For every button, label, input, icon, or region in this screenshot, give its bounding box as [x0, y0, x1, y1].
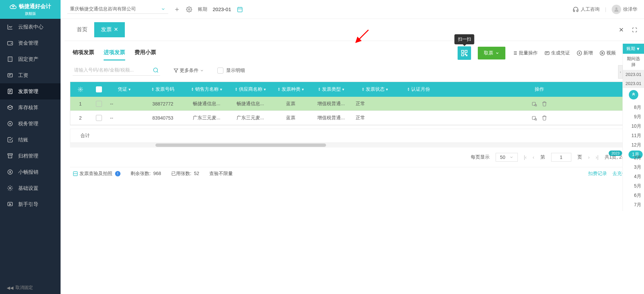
sidebar-item-2[interactable]: 固定资产 [0, 51, 61, 67]
month-item[interactable]: 3月 [623, 163, 644, 172]
sidebar-item-label: 基础设置 [18, 185, 38, 192]
sidebar-item-9[interactable]: 小畅报销 [0, 164, 61, 180]
month-item[interactable]: 2月 [623, 153, 644, 163]
svg-rect-1 [238, 7, 242, 12]
sub-tab-sales[interactable]: 销项发票 [73, 46, 94, 60]
sidebar-item-11[interactable]: 新手引导 [0, 196, 61, 212]
sort-icon[interactable]: ▲▼ [362, 87, 364, 91]
invoice-icon [7, 88, 13, 95]
sort-icon[interactable]: ▲▼ [407, 87, 410, 91]
first-page[interactable]: |‹ [524, 155, 527, 160]
period-dropdown[interactable]: 账期 ▼ [623, 44, 644, 54]
close-icon[interactable]: ✕ [114, 27, 118, 32]
table-row[interactable]: 2--83940753广东三元麦...广东三元麦...蓝票增值税普通...正常 [70, 111, 638, 125]
sidebar-unpin[interactable]: ◀◀取消固定 [0, 281, 61, 294]
table-row[interactable]: 1--38872772畅捷通信息...畅捷通信息...蓝票增值税普通...正常 [70, 97, 638, 111]
sub-tab-input[interactable]: 进项发票 [104, 46, 125, 60]
sort-icon[interactable]: ▲▼ [278, 87, 280, 91]
month-item[interactable]: 11月 [623, 131, 644, 140]
sidebar-item-label: 小畅报销 [18, 169, 38, 175]
support-link[interactable]: 人工咨询 [573, 6, 600, 12]
video-button[interactable]: 视频 [600, 50, 616, 56]
view-icon[interactable] [532, 101, 537, 107]
sidebar-item-1[interactable]: 资金管理 [0, 35, 61, 51]
filter-icon[interactable]: ▾ [342, 87, 344, 92]
month-item[interactable]: 5月 [623, 181, 644, 191]
filter-icon[interactable]: ▾ [264, 87, 266, 92]
sidebar-item-8[interactable]: 归档管理 [0, 148, 61, 164]
sidebar-item-label: 结账 [18, 137, 28, 143]
add-button[interactable] [174, 6, 180, 13]
view-icon[interactable] [532, 115, 537, 121]
month-item[interactable]: 12月 [623, 140, 644, 150]
user-menu[interactable]: 徐泽华 [612, 5, 637, 14]
delete-icon[interactable] [542, 115, 547, 121]
tab-invoice[interactable]: 发票✕ [94, 22, 125, 37]
sidebar-item-7[interactable]: 结账 [0, 132, 61, 148]
fetch-button[interactable]: 取票 [478, 47, 505, 59]
month-item[interactable]: 8月 [623, 103, 644, 112]
filter-icon[interactable]: ▾ [302, 87, 304, 92]
sidebar-item-label: 归档管理 [18, 153, 38, 159]
verify-link[interactable]: 发票查验及拍照 ! [73, 171, 120, 177]
gear-icon[interactable] [78, 87, 83, 92]
settings-button[interactable] [186, 6, 192, 13]
sidebar-item-10[interactable]: 基础设置 [0, 180, 61, 196]
sidebar-item-6[interactable]: 税务管理 [0, 116, 61, 132]
play-circle-icon [600, 50, 605, 56]
month-item[interactable]: 7月 [623, 200, 644, 210]
select-all-checkbox[interactable] [96, 86, 102, 92]
billing-link[interactable]: 扣费记录 [588, 171, 607, 177]
page-input[interactable]: 1 [551, 153, 571, 162]
period-collapse[interactable]: › [618, 65, 623, 79]
filter-icon[interactable]: ▾ [386, 87, 388, 92]
sort-icon[interactable]: ▲▼ [235, 87, 238, 91]
horizontal-scrollbar[interactable] [70, 143, 639, 148]
svg-point-4 [11, 43, 12, 44]
search-input[interactable]: 请输入号码/名称/金额/税额... [73, 65, 160, 76]
month-item[interactable]: 10月 [623, 122, 644, 131]
row-checkbox[interactable] [96, 101, 102, 107]
sub-tab-receipts[interactable]: 费用小票 [135, 46, 156, 60]
scroll-top-button[interactable] [629, 90, 638, 99]
more-filters[interactable]: 更多条件 [174, 68, 204, 74]
prev-page[interactable]: ‹ [533, 155, 534, 160]
sidebar-item-0[interactable]: 云报表中心 [0, 19, 61, 35]
month-item[interactable]: 6月 [623, 191, 644, 200]
add-button[interactable]: 新增 [577, 50, 593, 56]
fullscreen-button[interactable] [631, 26, 639, 34]
sort-icon[interactable]: ▲▼ [318, 87, 321, 91]
per-page-select[interactable]: 50 [496, 153, 518, 162]
voucher-button[interactable]: 生成凭证 [544, 50, 570, 56]
month-item[interactable]: 20231月 [623, 150, 644, 153]
sidebar-item-label: 库存核算 [18, 104, 38, 111]
avatar-icon [612, 5, 621, 14]
last-page[interactable]: ›| [596, 155, 598, 160]
stock-icon [7, 104, 13, 111]
filter-icon[interactable]: ▾ [129, 87, 131, 92]
sort-icon[interactable]: ▲▼ [191, 87, 194, 91]
delete-icon[interactable] [542, 101, 547, 107]
show-detail-checkbox[interactable]: 显示明细 [217, 68, 245, 74]
sidebar-item-3[interactable]: 工资 [0, 67, 61, 83]
close-all-tabs[interactable]: ✕ [617, 26, 625, 34]
period-year-start[interactable]: 2023.01 [623, 70, 644, 79]
next-page[interactable]: › [588, 155, 590, 160]
filter-icon[interactable]: ▾ [220, 87, 222, 92]
scan-button[interactable]: 扫一扫 [458, 46, 471, 60]
tab-home[interactable]: 首页 [70, 22, 94, 37]
svg-rect-15 [465, 50, 467, 52]
month-item[interactable]: 4月 [623, 172, 644, 181]
sort-icon[interactable]: ▲▼ [151, 87, 154, 91]
period-title: 期间选择 [623, 54, 644, 70]
calendar-button[interactable] [237, 6, 243, 13]
row-checkbox[interactable] [96, 115, 102, 121]
sidebar-item-4[interactable]: 发票管理 [0, 83, 61, 99]
month-item[interactable]: 9月 [623, 112, 644, 122]
period-year-end[interactable]: 2023.01 [623, 79, 644, 88]
svg-rect-18 [466, 55, 467, 56]
sidebar-item-5[interactable]: 库存核算 [0, 99, 61, 116]
batch-button[interactable]: 批量操作 [512, 50, 538, 56]
company-selector[interactable]: 重庆畅捷交通信息咨询有限公司 [67, 5, 168, 14]
period-panel: 账期 ▼ › 期间选择 2023.01 2023.01 8月9月10月11月12… [622, 44, 644, 211]
